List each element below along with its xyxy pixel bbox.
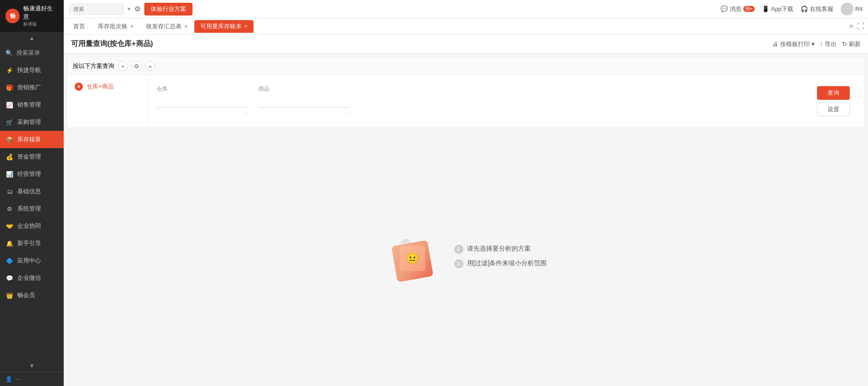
filter-warehouse-input[interactable] bbox=[157, 95, 248, 108]
sidebar-item-operation[interactable]: 📊 经营管理 bbox=[0, 165, 64, 183]
industry-solution-button[interactable]: 体验行业方案 bbox=[144, 3, 193, 15]
sidebar-item-label: 应用中心 bbox=[17, 257, 41, 265]
filter-warehouse-label: 仓库 bbox=[157, 85, 248, 93]
wechat-icon: 💬 bbox=[5, 274, 14, 282]
setting-button[interactable]: 设置 bbox=[817, 103, 850, 116]
tab-home[interactable]: 首页 bbox=[67, 20, 91, 33]
print-icon: 🖨 bbox=[772, 41, 778, 47]
tab-batch-ledger[interactable]: 库存批次账 × bbox=[92, 20, 139, 33]
print-template-button[interactable]: 🖨 按模板打印 ▾ bbox=[772, 40, 815, 48]
user-avatar bbox=[841, 3, 853, 15]
query-panel-title: 按以下方案查询 bbox=[73, 62, 114, 70]
app-download-label: App下载 bbox=[771, 5, 793, 13]
sidebar-item-label: 企业协同 bbox=[17, 222, 41, 230]
query-button[interactable]: 查询 bbox=[817, 86, 850, 100]
filter-goods-input[interactable] bbox=[259, 95, 350, 108]
sidebar-item-quick-nav[interactable]: ⚡ 快捷导航 bbox=[0, 62, 64, 79]
sidebar-search[interactable]: 🔍 搜索菜单 bbox=[0, 44, 64, 62]
hint-number-1: ① bbox=[454, 245, 463, 254]
finance-icon: 💰 bbox=[5, 153, 14, 161]
scheme-icon: ❖ bbox=[75, 82, 83, 91]
sidebar-item-marketing[interactable]: 🎁 营销推广 bbox=[0, 79, 64, 96]
sidebar-item-basic[interactable]: 🗂 基础信息 bbox=[0, 183, 64, 200]
main-area: ▾ ⚙ 体验行业方案 💬 消息 99+ 📱 App下载 🎧 在线客服 Rit bbox=[64, 0, 868, 386]
print-chevron-icon[interactable]: ▾ bbox=[812, 41, 815, 47]
export-icon: ↑ bbox=[820, 41, 823, 47]
sidebar-item-vip[interactable]: 👑 畅会员 bbox=[0, 287, 64, 304]
user-name-display: ··· bbox=[16, 376, 20, 382]
add-scheme-button[interactable]: + bbox=[118, 61, 128, 71]
marketing-icon: 🎁 bbox=[5, 83, 14, 92]
message-button[interactable]: 💬 消息 99+ bbox=[721, 5, 755, 13]
tab-storage-summary-label: 收发存汇总表 bbox=[146, 22, 182, 31]
sidebar-item-finance[interactable]: 💰 资金管理 bbox=[0, 148, 64, 165]
sidebar-item-apps[interactable]: 🔷 应用中心 bbox=[0, 252, 64, 269]
guide-icon: 🔔 bbox=[5, 239, 14, 247]
filter-warehouse: 仓库 ··· bbox=[157, 85, 248, 117]
topbar-gear-icon[interactable]: ⚙ bbox=[134, 5, 141, 13]
app-download-button[interactable]: 📱 App下载 bbox=[762, 5, 793, 13]
sidebar-item-label: 快捷导航 bbox=[17, 66, 41, 74]
sidebar-item-sales[interactable]: 📈 销售管理 bbox=[0, 96, 64, 113]
basic-icon: 🗂 bbox=[5, 187, 14, 196]
sidebar-item-label: 营销推广 bbox=[17, 83, 41, 92]
sidebar-scroll-up[interactable]: ▲ bbox=[0, 32, 64, 44]
sidebar-item-label: 经营管理 bbox=[17, 170, 41, 178]
tab-home-label: 首页 bbox=[73, 22, 85, 31]
sidebar-item-system[interactable]: ⚙ 系统管理 bbox=[0, 200, 64, 217]
sidebar-user[interactable]: 👤 ··· bbox=[0, 372, 64, 386]
topbar-chevron-icon[interactable]: ▾ bbox=[127, 5, 131, 12]
headset-icon: 🎧 bbox=[801, 5, 808, 12]
sidebar-item-label: 新手引导 bbox=[17, 239, 41, 247]
sidebar-item-enterprise[interactable]: 🤝 企业协同 bbox=[0, 217, 64, 235]
sidebar-item-guide[interactable]: 🔔 新手引导 bbox=[0, 235, 64, 252]
filter-warehouse-more[interactable]: ··· bbox=[243, 109, 248, 116]
online-service-label: 在线客服 bbox=[810, 5, 833, 13]
apps-icon: 🔷 bbox=[5, 257, 14, 265]
tab-available-qty-label: 可用量库存账本 bbox=[200, 22, 242, 31]
topbar-search-input[interactable] bbox=[69, 4, 124, 15]
tab-available-qty[interactable]: 可用量库存账本 × bbox=[194, 20, 254, 33]
page-content: 可用量查询(按仓库+商品) 🖨 按模板打印 ▾ ↑ 导出 ↻ 刷新 bbox=[64, 35, 868, 386]
sidebar-item-inventory[interactable]: 📦 库存核算 bbox=[0, 131, 64, 148]
user-display-name: Rit bbox=[855, 5, 863, 12]
export-label: 导出 bbox=[825, 40, 837, 48]
sidebar-nav: 🔍 搜索菜单 ⚡ 快捷导航 🎁 营销推广 📈 销售管理 🛒 采购管理 📦 库存核… bbox=[0, 44, 64, 360]
export-button[interactable]: ↑ 导出 bbox=[820, 40, 837, 48]
sidebar-item-label: 基础信息 bbox=[17, 187, 41, 196]
refresh-button[interactable]: ↻ 刷新 bbox=[842, 40, 861, 48]
sidebar-search-label: 搜索菜单 bbox=[16, 49, 40, 57]
scheme-item-warehouse-goods[interactable]: ❖ 仓库+商品 bbox=[67, 79, 149, 94]
tab-batch-ledger-close[interactable]: × bbox=[130, 23, 133, 30]
print-label: 按模板打印 bbox=[780, 40, 810, 48]
sidebar-item-label: 库存核算 bbox=[17, 135, 41, 144]
scheme-settings-button[interactable]: ⚙ bbox=[132, 61, 142, 71]
tab-batch-ledger-label: 库存批次账 bbox=[98, 22, 127, 31]
sidebar: 畅 畅康通好生意 标准版 ▲ 🔍 搜索菜单 ⚡ 快捷导航 🎁 营销推广 📈 销售… bbox=[0, 0, 64, 386]
topbar: ▾ ⚙ 体验行业方案 💬 消息 99+ 📱 App下载 🎧 在线客服 Rit bbox=[64, 0, 868, 18]
app-subtitle: 标准版 bbox=[23, 21, 58, 27]
phone-icon: 📱 bbox=[762, 5, 769, 12]
inventory-icon: 📦 bbox=[5, 135, 14, 144]
collapse-panel-button[interactable]: « bbox=[145, 61, 155, 71]
tab-storage-summary[interactable]: 收发存汇总表 × bbox=[140, 20, 193, 33]
tab-storage-summary-close[interactable]: × bbox=[184, 23, 188, 30]
scheme-logo: ❖ bbox=[77, 84, 81, 89]
online-service-button[interactable]: 🎧 在线客服 bbox=[801, 5, 833, 13]
sidebar-item-label: 资金管理 bbox=[17, 153, 41, 161]
tab-close-all-icon[interactable]: × bbox=[849, 22, 853, 31]
filter-goods: 商品 ··· bbox=[259, 85, 350, 117]
sidebar-header: 畅 畅康通好生意 标准版 bbox=[0, 0, 64, 32]
filter-goods-more[interactable]: ··· bbox=[345, 109, 350, 116]
sidebar-item-wechat[interactable]: 💬 企业微信 bbox=[0, 269, 64, 287]
vip-icon: 👑 bbox=[5, 291, 14, 299]
user-menu-button[interactable]: Rit bbox=[841, 3, 863, 15]
query-panel-header: 按以下方案查询 + ⚙ « bbox=[67, 57, 864, 75]
sidebar-scroll-down[interactable]: ▼ bbox=[0, 360, 64, 372]
tab-available-qty-close[interactable]: × bbox=[244, 23, 248, 30]
user-icon: 👤 bbox=[5, 376, 12, 382]
purchase-icon: 🛒 bbox=[5, 118, 14, 126]
sidebar-item-purchase[interactable]: 🛒 采购管理 bbox=[0, 113, 64, 131]
refresh-icon: ↻ bbox=[842, 41, 847, 47]
tab-expand-icon[interactable]: ⛶ bbox=[857, 22, 864, 31]
